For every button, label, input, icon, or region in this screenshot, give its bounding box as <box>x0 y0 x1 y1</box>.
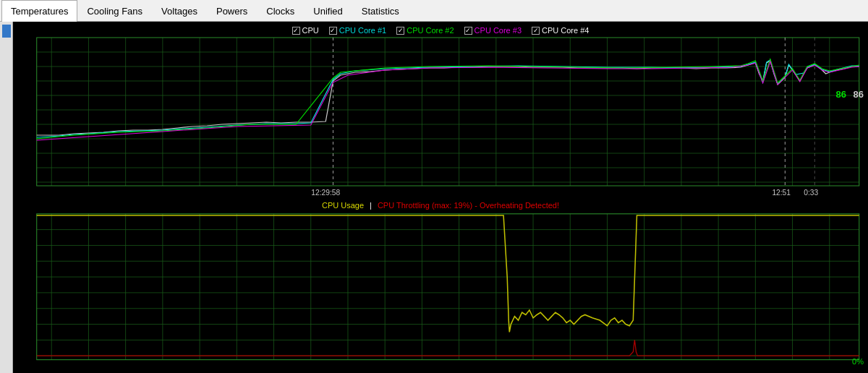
main-content: CPU CPU Core #1 CPU Core #2 CPU Core #3 … <box>0 22 868 373</box>
legend-cpu[interactable]: CPU <box>292 26 319 35</box>
tab-bar: Temperatures Cooling Fans Voltages Power… <box>0 0 868 22</box>
current-value-white: 86 <box>854 89 864 100</box>
tab-powers[interactable]: Powers <box>207 0 257 21</box>
upper-chart-svg: 12:29:58 12:51 0:33 <box>14 23 867 197</box>
cpu-core1-label: CPU Core #1 <box>339 26 386 35</box>
lower-y-bottom-right: 0% <box>852 357 864 366</box>
svg-text:12:29:58: 12:29:58 <box>311 189 340 197</box>
tab-temperatures[interactable]: Temperatures <box>1 0 77 22</box>
cpu-core4-checkbox[interactable] <box>532 27 540 35</box>
legend-cpu-core3[interactable]: CPU Core #3 <box>464 26 522 35</box>
lower-chart-svg <box>14 198 867 372</box>
upper-legend: CPU CPU Core #1 CPU Core #2 CPU Core #3 … <box>14 26 867 35</box>
cpu-core3-label: CPU Core #3 <box>475 26 522 35</box>
cpu-core4-label: CPU Core #4 <box>542 26 589 35</box>
current-value-green: 86 <box>836 89 846 100</box>
temperature-chart: CPU CPU Core #1 CPU Core #2 CPU Core #3 … <box>14 23 867 197</box>
legend-cpu-core1[interactable]: CPU Core #1 <box>329 26 386 35</box>
charts-area: CPU CPU Core #1 CPU Core #2 CPU Core #3 … <box>13 22 868 373</box>
left-sidebar <box>0 22 13 373</box>
cpu-checkbox[interactable] <box>292 27 300 35</box>
sidebar-indicator <box>2 25 11 38</box>
cpu-usage-label: CPU Usage <box>322 201 364 210</box>
tab-statistics[interactable]: Statistics <box>352 0 409 21</box>
usage-chart: CPU Usage | CPU Throttling (max: 19%) - … <box>14 198 867 372</box>
lower-legend: CPU Usage | CPU Throttling (max: 19%) - … <box>14 201 867 210</box>
cpu-throttling-label: CPU Throttling (max: 19%) - Overheating … <box>378 201 559 210</box>
cpu-core2-checkbox[interactable] <box>396 27 404 35</box>
cpu-core2-label: CPU Core #2 <box>407 26 454 35</box>
legend-cpu-core4[interactable]: CPU Core #4 <box>532 26 589 35</box>
svg-rect-40 <box>14 198 867 372</box>
cpu-label: CPU <box>302 26 319 35</box>
svg-text:12:51: 12:51 <box>772 189 791 197</box>
tab-voltages[interactable]: Voltages <box>152 0 207 21</box>
cpu-core1-checkbox[interactable] <box>329 27 337 35</box>
tab-clocks[interactable]: Clocks <box>257 0 304 21</box>
tab-cooling-fans[interactable]: Cooling Fans <box>77 0 152 21</box>
separator: | <box>370 201 372 210</box>
cpu-core3-checkbox[interactable] <box>464 27 472 35</box>
tab-unified[interactable]: Unified <box>304 0 352 21</box>
svg-text:0:33: 0:33 <box>804 189 818 197</box>
legend-cpu-core2[interactable]: CPU Core #2 <box>396 26 454 35</box>
